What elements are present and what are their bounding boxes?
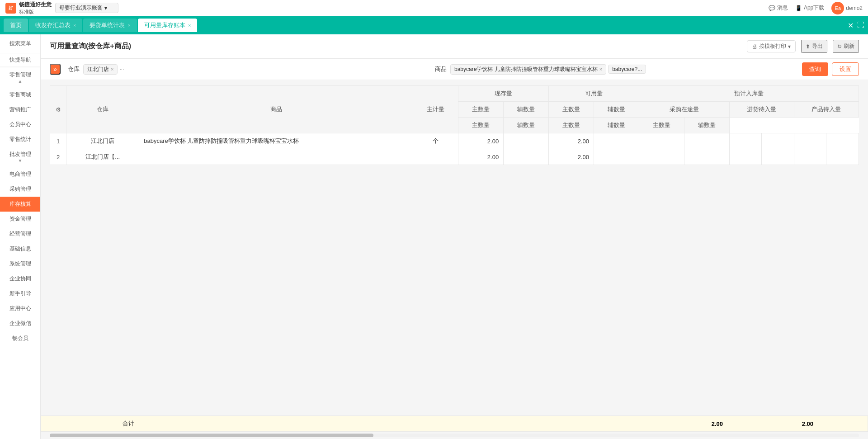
sidebar-item-marketing[interactable]: 营销推广 xyxy=(0,102,40,117)
tab-keyongliang-close[interactable]: × xyxy=(188,23,191,28)
avatar: Ea xyxy=(831,2,844,14)
sidebar-item-label: 畅会员 xyxy=(12,335,28,342)
product-tag-babycare[interactable]: babycare学饮杯 儿童防摔防撞吸管杯重力球吸嘴杯宝宝水杯 × xyxy=(450,64,606,75)
tab-home[interactable]: 首页 xyxy=(4,19,28,32)
logo-info: 畅捷通好生意 标准版 xyxy=(19,1,52,15)
search-menu-button[interactable]: 搜索菜单 xyxy=(4,38,37,49)
sidebar-item-wholesale[interactable]: 批发管理 ▼ xyxy=(0,147,40,167)
sidebar-item-label: 基础信息 xyxy=(9,245,31,253)
cell-product: babycare学饮杯 儿童防摔防撞吸管杯重力球吸嘴杯宝宝水杯 xyxy=(139,133,413,149)
sidebar-item-operations[interactable]: 经营管理 xyxy=(0,227,40,241)
th-key-aux: 辅数量 xyxy=(594,102,639,118)
sidebar-item-purchase[interactable]: 采购管理 xyxy=(0,182,40,197)
filter-expand-button[interactable]: » xyxy=(50,64,61,75)
tab-yaohuo-close[interactable]: × xyxy=(127,23,130,28)
product-tag-close[interactable]: × xyxy=(599,66,602,72)
th-product: 商品 xyxy=(139,86,413,133)
close-window-icon[interactable]: ✕ xyxy=(848,21,854,30)
scroll-thumb[interactable] xyxy=(50,434,373,437)
maximize-icon[interactable]: ⛶ xyxy=(857,21,864,29)
tab-keyongliang[interactable]: 可用量库存账本 × xyxy=(138,19,197,32)
tab-shoufacun[interactable]: 收发存汇总表 × xyxy=(29,19,82,32)
page-title: 可用量查询(按仓库+商品) xyxy=(50,42,131,51)
th-caigou: 采购在途量 xyxy=(639,102,729,118)
th-xian-aux: 辅数量 xyxy=(504,102,549,118)
export-button[interactable]: ⬆ 导出 xyxy=(801,40,827,53)
page-header-actions: 🖨 按模板打印 ▾ ⬆ 导出 ↻ 刷新 xyxy=(747,40,859,53)
industry-selector[interactable]: 母婴行业演示账套 ▾ xyxy=(55,3,118,13)
tab-shoufacun-label: 收发存汇总表 xyxy=(35,21,71,29)
sidebar-item-inventory[interactable]: 库存核算 xyxy=(0,197,40,212)
sidebar-item-ecommerce[interactable]: 电商管理 xyxy=(0,167,40,182)
sidebar-item-members[interactable]: 会员中心 xyxy=(0,117,40,132)
cell-warehouse: 江北门店 xyxy=(66,133,139,149)
th-caigou-main: 主数量 xyxy=(458,118,504,133)
download-label: App下载 xyxy=(804,4,824,12)
sidebar-item-member-app[interactable]: 畅会员 xyxy=(0,331,40,346)
sidebar-item-enterprise[interactable]: 企业协同 xyxy=(0,271,40,286)
nav-tabs: 首页 收发存汇总表 × 要货单统计表 × 可用量库存账本 × ✕ ⛶ xyxy=(0,16,868,34)
cell-key-aux xyxy=(594,149,639,165)
logo-text: 畅捷通好生意 xyxy=(19,1,52,9)
table-row: 2 江北门店【... 2.00 2.00 xyxy=(50,149,859,165)
filter-bar: » 仓库 江北门店 × ··· 商品 babycare学饮杯 儿童防摔防撞吸管杯… xyxy=(41,59,868,80)
sidebar-item-label: 经营管理 xyxy=(9,230,31,238)
scroll-track[interactable] xyxy=(50,434,859,437)
sidebar-item-label: 库存核算 xyxy=(9,200,31,208)
th-jinhuo-main: 主数量 xyxy=(549,118,594,133)
sidebar-item-label: 新手引导 xyxy=(9,290,31,297)
quick-nav-button[interactable]: 快捷导航 xyxy=(0,53,40,67)
sidebar-item-retail-mall[interactable]: 零售商城 xyxy=(0,87,40,102)
sidebar-item-newbie[interactable]: 新手引导 xyxy=(0,286,40,301)
sidebar-item-label: 营销推广 xyxy=(9,106,31,113)
th-key-main: 主数量 xyxy=(549,102,594,118)
sidebar-item-app-center[interactable]: 应用中心 xyxy=(0,301,40,316)
sidebar-item-sys-mgmt[interactable]: 系统管理 xyxy=(0,256,40,271)
setting-button[interactable]: 设置 xyxy=(832,62,859,76)
th-settings[interactable]: ⚙ xyxy=(50,86,66,133)
cell-chanpin-main xyxy=(794,149,826,165)
template-print-label: 按模板打印 xyxy=(759,42,786,50)
template-print-button[interactable]: 🖨 按模板打印 ▾ xyxy=(747,40,796,52)
app-download-button[interactable]: 📱 App下载 xyxy=(795,4,824,12)
sidebar-item-wechat[interactable]: 企业微信 xyxy=(0,316,40,331)
logo-sub: 标准版 xyxy=(19,9,52,15)
cell-unit: 个 xyxy=(413,133,458,149)
th-jinhuo: 进货待入量 xyxy=(729,102,794,118)
query-button[interactable]: 查询 xyxy=(802,62,828,76)
page-header: 可用量查询(按仓库+商品) 🖨 按模板打印 ▾ ⬆ 导出 ↻ 刷新 xyxy=(41,34,868,59)
message-button[interactable]: 💬 消息 xyxy=(769,4,788,12)
printer-icon: 🖨 xyxy=(752,43,757,50)
content-area: 可用量查询(按仓库+商品) 🖨 按模板打印 ▾ ⬆ 导出 ↻ 刷新 xyxy=(41,34,868,439)
cell-caigou-aux xyxy=(684,149,729,165)
sidebar-item-label: 企业协同 xyxy=(9,275,31,283)
th-keyongliang: 可用量 xyxy=(549,86,639,102)
tab-yaohuo[interactable]: 要货单统计表 × xyxy=(83,19,137,32)
refresh-button[interactable]: ↻ 刷新 xyxy=(833,40,859,53)
sidebar-item-label: 零售管理 xyxy=(9,71,31,79)
chevron-up-icon: ▲ xyxy=(18,79,23,84)
th-caigou-aux: 辅数量 xyxy=(504,118,549,133)
warehouse-tag-jiangbei[interactable]: 江北门店 × xyxy=(83,64,118,75)
sidebar-item-basic-info[interactable]: 基础信息 xyxy=(0,241,40,256)
product-tag-babycare2[interactable]: babycare?... xyxy=(608,65,646,74)
sidebar-item-retail-stats[interactable]: 零售统计 xyxy=(0,132,40,147)
cell-key-aux xyxy=(594,133,639,149)
cell-warehouse: 江北门店【... xyxy=(66,149,139,165)
tab-shoufacun-close[interactable]: × xyxy=(73,23,76,28)
sidebar-item-label: 应用中心 xyxy=(9,305,31,312)
refresh-icon: ↻ xyxy=(837,43,842,50)
data-table: ⚙ 仓库 商品 主计量 现存量 可用量 预计入库量 主数量 辅数量 主数量 辅数… xyxy=(50,85,859,165)
cell-caigou-main xyxy=(639,149,684,165)
warehouse-filter-label: 仓库 xyxy=(68,65,80,73)
user-area[interactable]: Ea demo2 xyxy=(831,2,863,14)
sidebar-item-retail-mgmt[interactable]: 零售管理 ▲ xyxy=(0,67,40,87)
cell-chanpin-main xyxy=(794,133,826,149)
cell-jinhuo-aux xyxy=(762,149,794,165)
sidebar-item-finance[interactable]: 资金管理 xyxy=(0,212,40,227)
export-label: 导出 xyxy=(812,42,823,50)
filter-more-icon[interactable]: ··· xyxy=(119,66,124,72)
warehouse-tag-close[interactable]: × xyxy=(111,66,113,72)
cell-product xyxy=(139,149,413,165)
logo-icon: 好 xyxy=(5,3,16,14)
